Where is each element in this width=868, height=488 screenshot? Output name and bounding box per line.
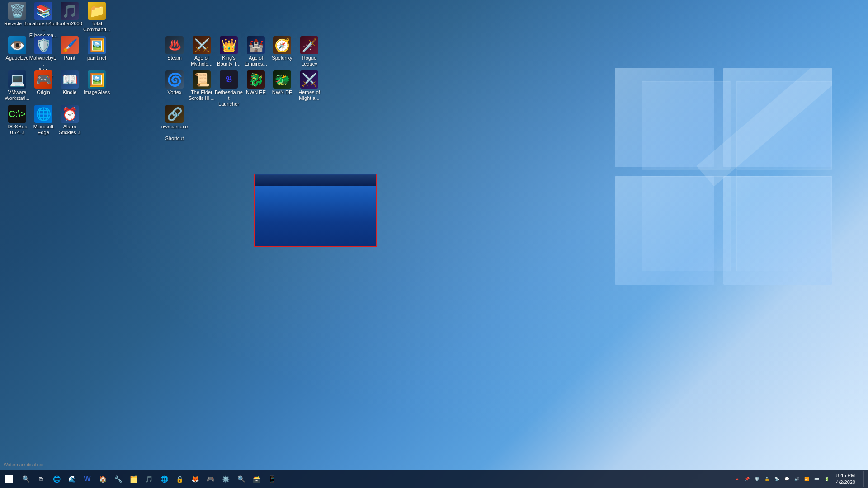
totalcmd-label: TotalCommand...	[83, 21, 110, 33]
icon-totalcmd[interactable]: 📁 TotalCommand...	[80, 0, 113, 34]
taskbar-app-chrome[interactable]: 🌐	[156, 470, 172, 488]
win10-logo	[615, 68, 832, 286]
tray-icon-8[interactable]: 📶	[802, 470, 811, 488]
foobar-icon: 🎵	[61, 2, 79, 20]
origin-icon: 🎮	[34, 70, 52, 89]
show-desktop-button[interactable]	[863, 471, 864, 487]
paint-icon: 🖌️	[61, 36, 79, 54]
svg-rect-14	[9, 479, 13, 483]
taskbar-app-game[interactable]: 🎮	[203, 470, 218, 488]
msedge-icon: 🌐	[34, 105, 52, 123]
watermark-text: Watermark disabled	[4, 462, 44, 467]
bethesda-label: Bethesda.netLauncher	[214, 89, 243, 108]
taskbar-app-lock[interactable]: 🔒	[172, 470, 187, 488]
agaueeye-label: AgaueEye	[6, 55, 29, 61]
svg-rect-11	[5, 475, 9, 479]
vortex-icon: 🌀	[165, 70, 184, 89]
dosbox-icon: C:\>	[8, 105, 26, 123]
ageofempires-icon: 🏰	[247, 36, 265, 54]
alarm-label: AlarmStickies 3	[59, 124, 80, 136]
taskbar-app-edge[interactable]: 🌊	[64, 470, 80, 488]
clock-date: 4/2/2020	[836, 479, 855, 486]
start-button[interactable]	[0, 470, 18, 488]
recycle-bin-label: Recycle Bin	[4, 21, 30, 27]
icon-paintnet[interactable]: 🖼️ paint.net	[80, 34, 113, 63]
malwarebytes-icon: 🛡️	[34, 36, 52, 54]
system-tray: 🔺 📌 🛡️ 🔒 📡 💬 🔊 📶 ⌨️ 🔋 8:46 PM 4/2/2020	[733, 470, 868, 488]
taskbar-app-pinned1[interactable]: 📱	[264, 470, 279, 488]
nwnde-label: NWN DE	[272, 89, 292, 95]
icon-alarm[interactable]: ⏰ AlarmStickies 3	[53, 103, 86, 137]
ageofmythology-icon: ⚔️	[193, 36, 211, 54]
svg-rect-6	[615, 68, 714, 167]
calibre-icon: 📚	[34, 2, 52, 20]
steam-icon: ♨️	[165, 36, 184, 54]
elderscrolls-label: The ElderScrolls III ...	[189, 89, 214, 101]
svg-rect-8	[615, 176, 714, 285]
roguelegacy-label: RogueLegacy	[301, 55, 317, 67]
svg-rect-9	[723, 176, 832, 285]
tray-icon-7[interactable]: 🔊	[793, 470, 801, 488]
taskbar-app-search[interactable]: 🔍	[233, 470, 249, 488]
tray-icon-3[interactable]: 🛡️	[753, 470, 761, 488]
tray-icon-6[interactable]: 💬	[783, 470, 791, 488]
nwmain-label: nwmain.exe -Shortcut	[160, 124, 189, 142]
taskbar-app-ie[interactable]: 🌐	[49, 470, 64, 488]
foobar-label: foobar2000	[57, 21, 82, 27]
ageofempires-label: Age ofEmpires...	[245, 55, 267, 67]
spelunky-label: Spelunky	[272, 55, 292, 61]
tray-icon-1[interactable]: 🔺	[733, 470, 741, 488]
system-clock[interactable]: 8:46 PM 4/2/2020	[832, 470, 859, 488]
tray-icon-9[interactable]: ⌨️	[812, 470, 821, 488]
taskbar-app-explorer-home[interactable]: 🏠	[95, 470, 110, 488]
kindle-icon: 📖	[61, 70, 79, 89]
heroesofmight-label: Heroes ofMight a...	[298, 89, 320, 101]
nwnde-icon: 🐲	[273, 70, 291, 89]
icon-nwmain[interactable]: 🔗 nwmain.exe -Shortcut	[158, 103, 191, 144]
tray-icon-4[interactable]: 🔒	[763, 470, 771, 488]
icon-heroesofmight[interactable]: ⚔️ Heroes ofMight a...	[293, 69, 326, 103]
nwnee-icon: 🐉	[247, 70, 265, 89]
nwnee-label: NWN EE	[246, 89, 266, 95]
vmware-label: VMwareWorkstati...	[5, 89, 30, 101]
roguelegacy-icon: 🗡️	[300, 36, 318, 54]
paint-label: Paint	[64, 55, 75, 61]
svg-rect-13	[5, 479, 9, 483]
alarm-icon: ⏰	[61, 105, 79, 123]
taskbar-app-firefox[interactable]: 🦊	[187, 470, 203, 488]
divider-line	[0, 251, 380, 251]
kindle-label: Kindle	[63, 89, 77, 95]
steam-label: Steam	[167, 55, 182, 61]
msedge-label: MicrosoftEdge	[33, 124, 54, 136]
taskbar-app-music[interactable]: 🎵	[141, 470, 156, 488]
icon-roguelegacy[interactable]: 🗡️ RogueLegacy	[293, 34, 326, 69]
tray-icon-2[interactable]: 📌	[743, 470, 751, 488]
imageglass-label: ImageGlass	[84, 89, 110, 95]
heroesofmight-icon: ⚔️	[300, 70, 318, 89]
spelunky-icon: 🧭	[273, 36, 291, 54]
taskbar: 🔍 ⧉ 🌐 🌊 W 🏠 🔧 🗂️ 🎵 🌐 🔒 🦊 🎮 ⚙️ 🔍 🗃️ 📱 🔺 📌…	[0, 470, 868, 488]
origin-label: Origin	[37, 89, 50, 95]
icon-imageglass[interactable]: 🖼️ ImageGlass	[80, 69, 113, 97]
taskbar-app-files[interactable]: 🗂️	[126, 470, 141, 488]
taskbar-app-tools[interactable]: 🔧	[110, 470, 126, 488]
elderscrolls-icon: 📜	[193, 70, 211, 89]
kingsbounty-icon: 👑	[220, 36, 238, 54]
tray-icon-10[interactable]: 🔋	[822, 470, 830, 488]
taskbar-search-icon[interactable]: 🔍	[18, 470, 33, 488]
vmware-icon: 💻	[8, 70, 26, 89]
nwmain-icon: 🔗	[165, 105, 184, 123]
kingsbounty-label: King'sBounty T...	[217, 55, 241, 67]
selection-box	[254, 174, 377, 247]
clock-time: 8:46 PM	[836, 472, 855, 479]
taskbar-app-settings[interactable]: ⚙️	[218, 470, 233, 488]
agaueeye-icon: 👁️	[8, 36, 26, 54]
totalcmd-icon: 📁	[88, 2, 106, 20]
tray-icon-5[interactable]: 📡	[773, 470, 781, 488]
paintnet-label: paint.net	[87, 55, 106, 61]
taskbar-app-word[interactable]: W	[80, 470, 95, 488]
taskbar-taskview-icon[interactable]: ⧉	[33, 470, 49, 488]
svg-rect-12	[9, 475, 13, 479]
taskbar-app-fileexplorer[interactable]: 🗃️	[249, 470, 264, 488]
recycle-bin-icon: 🗑️	[8, 2, 26, 20]
